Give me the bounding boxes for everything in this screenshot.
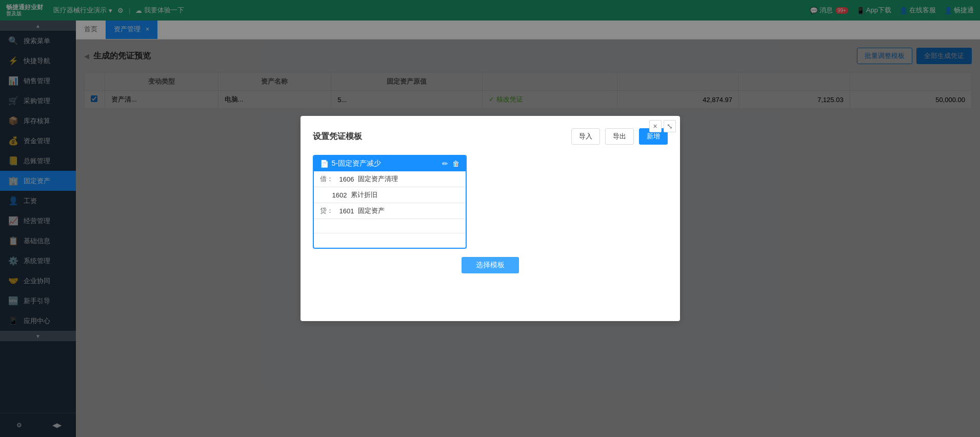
template-card-title: 📄 5-固定资产减少	[320, 159, 381, 168]
template-edit-icon[interactable]: ✏	[442, 160, 448, 168]
export-btn[interactable]: 导出	[605, 128, 634, 145]
import-btn[interactable]: 导入	[571, 128, 600, 145]
template-card-header: 📄 5-固定资产减少 ✏ 🗑	[314, 156, 466, 171]
template-row-3	[314, 219, 466, 233]
template-row-1: 1602 累计折旧	[314, 187, 466, 203]
modal-header: 设置凭证模板 导入 导出 新增	[313, 128, 668, 145]
template-row-2: 贷： 1601 固定资产	[314, 203, 466, 219]
template-row-4	[314, 233, 466, 248]
dialog-controls: × ⤡	[649, 120, 676, 132]
dialog-close-btn[interactable]: ×	[649, 120, 662, 132]
select-template-btn[interactable]: 选择模板	[462, 257, 519, 273]
template-body: 借： 1606 固定资产清理 1602 累计折旧 贷： 1601	[314, 171, 466, 248]
modal-overlay: × ⤡ 设置凭证模板 导入 导出 新增	[76, 21, 980, 437]
template-row-0: 借： 1606 固定资产清理	[314, 171, 466, 187]
template-card: 📄 5-固定资产减少 ✏ 🗑 借： 1606	[313, 155, 467, 249]
voucher-template-modal: × ⤡ 设置凭证模板 导入 导出 新增	[301, 116, 680, 321]
template-card-actions: ✏ 🗑	[442, 160, 459, 168]
modal-title: 设置凭证模板	[313, 131, 362, 142]
template-delete-icon[interactable]: 🗑	[452, 160, 459, 168]
template-doc-icon: 📄	[320, 160, 329, 168]
dialog-expand-btn[interactable]: ⤡	[664, 120, 676, 132]
